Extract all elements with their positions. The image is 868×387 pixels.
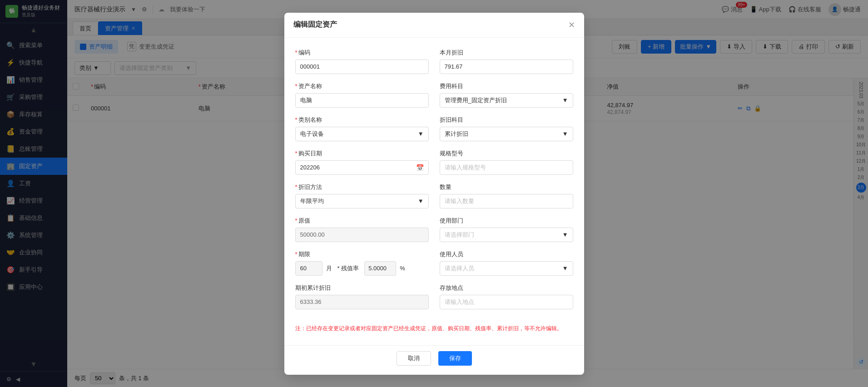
dep-account-select[interactable]: 累计折旧 ▼ (440, 127, 573, 141)
quantity-label: 数量 (440, 183, 573, 191)
user-label: 使用人员 (440, 250, 573, 258)
original-value-label: * 原值 (295, 217, 429, 225)
purchase-date-field-container: * 购买日期 202206 📅 (295, 149, 429, 175)
save-button[interactable]: 保存 (438, 351, 472, 366)
modal-row-expense-account: 费用科目 管理费用_固定资产折旧 ▼ (440, 82, 573, 108)
code-field-container: * 编码 000001 (295, 49, 429, 74)
expense-account-select[interactable]: 管理费用_固定资产折旧 ▼ (440, 93, 573, 108)
spec-input[interactable]: 请输入规格型号 (440, 160, 573, 175)
dep-account-field-container: 折旧科目 累计折旧 ▼ (440, 116, 573, 141)
residual-unit: % (400, 265, 405, 272)
modal-row-location: 存放地点 请输入地点 (440, 284, 573, 309)
depreciation-method-label: * 折旧方法 (295, 183, 429, 191)
modal-fields-container: * 编码 000001 * 资产名称 (295, 49, 573, 318)
modal-close-btn[interactable]: ✕ (568, 20, 575, 30)
department-arrow: ▼ (562, 231, 568, 238)
user-arrow: ▼ (562, 265, 568, 272)
modal-note-text: 注：已经存在变更记录或者对应固定资产已经生成凭证，原值、购买日期、残值率、累计折… (295, 325, 562, 332)
residual-rate-input[interactable]: 5.0000 (364, 261, 396, 276)
asset-name-input[interactable]: 电脑 (295, 93, 429, 108)
monthly-dep-input[interactable]: 791.67 (440, 60, 573, 74)
modal-row-depreciation-method: * 折旧方法 年限平均 ▼ (295, 183, 429, 208)
category-label: * 类别名称 (295, 116, 429, 124)
user-field-container: 使用人员 请选择人员 ▼ (440, 250, 573, 276)
code-input[interactable]: 000001 (295, 60, 429, 74)
dep-account-label: 折旧科目 (440, 116, 573, 124)
modal-row-purchase-date: * 购买日期 202206 📅 (295, 149, 429, 175)
modal-row-spec: 规格型号 请输入规格型号 (440, 149, 573, 175)
modal-row-code: * 编码 000001 (295, 49, 429, 74)
location-label: 存放地点 (440, 284, 573, 292)
department-field-container: 使用部门 请选择部门 ▼ (440, 217, 573, 242)
modal-row-original-value: * 原值 50000.00 (295, 217, 429, 242)
edit-modal: 编辑固定资产 ✕ * 编码 000001 (284, 13, 584, 375)
spec-field-container: 规格型号 请输入规格型号 (440, 149, 573, 175)
modal-footer: 取消 保存 (284, 345, 584, 375)
depreciation-method-select[interactable]: 年限平均 ▼ (295, 194, 429, 208)
location-input[interactable]: 请输入地点 (440, 295, 573, 309)
cancel-button[interactable]: 取消 (397, 351, 431, 366)
asset-name-label: * 资产名称 (295, 82, 429, 90)
initial-depreciation-input[interactable]: 6333.36 (295, 295, 429, 309)
period-field-container: * 期限 60 月 * 残值率 5.0000 (295, 250, 429, 276)
modal-row-period: * 期限 60 月 * 残值率 5.0000 (295, 250, 429, 276)
purchase-date-input[interactable]: 202206 📅 (295, 160, 429, 175)
original-value-field-container: * 原值 50000.00 (295, 217, 429, 242)
residual-label: * 残值率 (337, 264, 359, 273)
department-label: 使用部门 (440, 217, 573, 225)
spec-label: 规格型号 (440, 149, 573, 158)
code-label: * 编码 (295, 49, 429, 57)
modal-title: 编辑固定资产 (293, 20, 337, 30)
user-select[interactable]: 请选择人员 ▼ (440, 261, 573, 276)
period-input[interactable]: 60 (295, 261, 322, 276)
modal-row-monthly-dep: 本月折旧 791.67 (440, 49, 573, 74)
purchase-date-label: * 购买日期 (295, 149, 429, 158)
modal-row-department: 使用部门 请选择部门 ▼ (440, 217, 573, 242)
calendar-icon: 📅 (416, 164, 424, 171)
modal-overlay: 编辑固定资产 ✕ * 编码 000001 (0, 0, 868, 387)
period-row: 60 月 * 残值率 5.0000 % (295, 261, 429, 276)
quantity-input[interactable]: 请输入数量 (440, 194, 573, 208)
original-value-input[interactable]: 50000.00 (295, 228, 429, 242)
expense-account-field-container: 费用科目 管理费用_固定资产折旧 ▼ (440, 82, 573, 108)
quantity-field-container: 数量 请输入数量 (440, 183, 573, 208)
modal-row-initial-depreciation: 期初累计折旧 6333.36 (295, 284, 429, 309)
department-select[interactable]: 请选择部门 ▼ (440, 228, 573, 242)
modal-row-category: * 类别名称 电子设备 ▼ (295, 116, 429, 141)
modal-left-column: * 编码 000001 * 资产名称 (295, 49, 429, 318)
modal-row-user: 使用人员 请选择人员 ▼ (440, 250, 573, 276)
dep-account-arrow: ▼ (562, 130, 568, 137)
period-label: * 期限 (295, 250, 429, 258)
initial-depreciation-field-container: 期初累计折旧 6333.36 (295, 284, 429, 309)
monthly-dep-field-container: 本月折旧 791.67 (440, 49, 573, 74)
expense-account-label: 费用科目 (440, 82, 573, 90)
modal-right-column: 本月折旧 791.67 费用科目 管理费用_固定资产折旧 ▼ (440, 49, 573, 318)
modal-row-quantity: 数量 请输入数量 (440, 183, 573, 208)
category-select[interactable]: 电子设备 ▼ (295, 127, 429, 141)
location-field-container: 存放地点 请输入地点 (440, 284, 573, 309)
modal-note: 注：已经存在变更记录或者对应固定资产已经生成凭证，原值、购买日期、残值率、累计折… (295, 321, 573, 336)
asset-name-field-container: * 资产名称 电脑 (295, 82, 429, 108)
modal-header: 编辑固定资产 ✕ (284, 13, 584, 38)
monthly-dep-label: 本月折旧 (440, 49, 573, 57)
depreciation-method-field-container: * 折旧方法 年限平均 ▼ (295, 183, 429, 208)
initial-depreciation-label: 期初累计折旧 (295, 284, 429, 292)
depreciation-method-arrow: ▼ (418, 198, 424, 204)
category-select-arrow: ▼ (418, 130, 424, 137)
modal-row-name: * 资产名称 电脑 (295, 82, 429, 108)
expense-account-arrow: ▼ (562, 97, 568, 104)
period-unit: 月 (326, 264, 332, 273)
category-field-container: * 类别名称 电子设备 ▼ (295, 116, 429, 141)
modal-body: * 编码 000001 * 资产名称 (284, 38, 584, 343)
modal-row-dep-account: 折旧科目 累计折旧 ▼ (440, 116, 573, 141)
